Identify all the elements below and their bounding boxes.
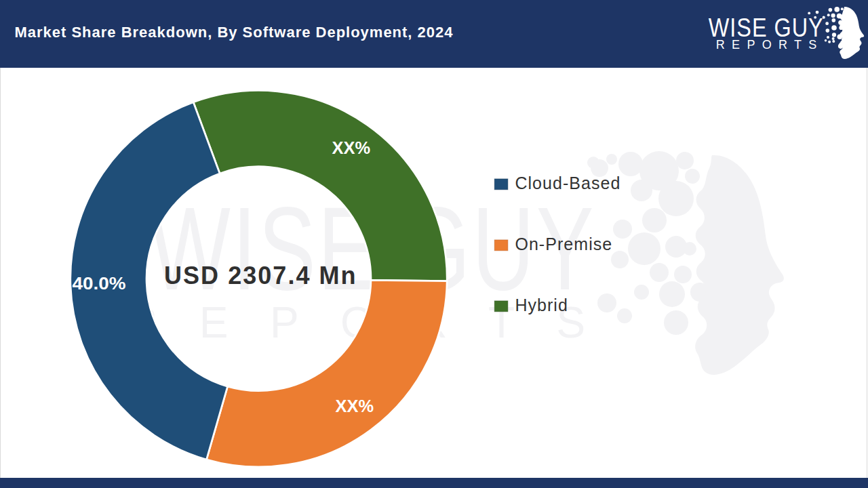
svg-text:XX%: XX% <box>332 138 371 158</box>
svg-text:USD 2307.4 Mn: USD 2307.4 Mn <box>164 262 356 289</box>
svg-text:Hybrid: Hybrid <box>515 296 568 314</box>
svg-text:On-Premise: On-Premise <box>515 235 612 253</box>
svg-text:XX%: XX% <box>336 396 374 416</box>
svg-text:Cloud-Based: Cloud-Based <box>515 174 620 192</box>
svg-text:Market Share Breakdown, By Sof: Market Share Breakdown, By Software Depl… <box>15 24 454 41</box>
svg-text:40.0%: 40.0% <box>73 273 126 293</box>
svg-text:REPORTS: REPORTS <box>716 38 824 52</box>
